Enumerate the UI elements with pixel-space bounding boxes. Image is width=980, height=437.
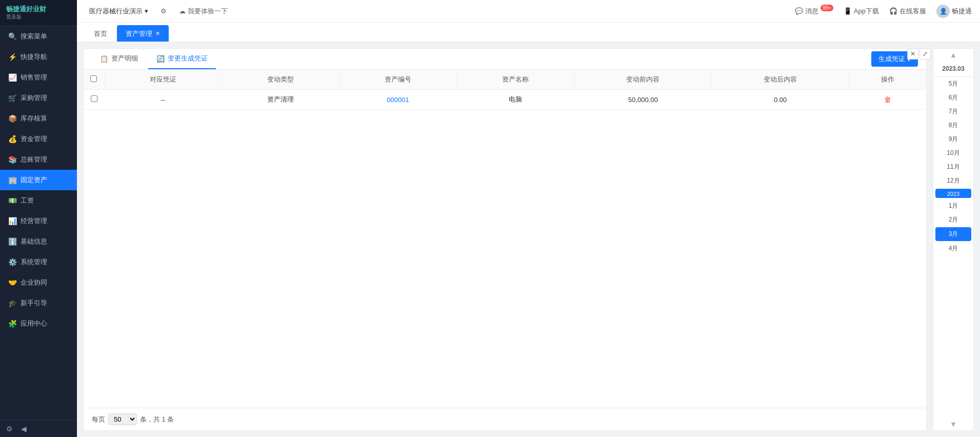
panel-controls: ✕ ⤢ — [907, 48, 931, 59]
sidebar-icon: 🧩 — [8, 320, 16, 328]
col-asset-name: 资产名称 — [457, 70, 574, 90]
sidebar-label: 应用中心 — [21, 319, 47, 328]
sidebar-item-搜索菜单[interactable]: 🔍搜索菜单 — [0, 26, 77, 47]
sidebar-item-库存核算[interactable]: 📦库存核算 — [0, 108, 77, 129]
tab-generate-voucher[interactable]: 🔄 变更生成凭证 — [148, 49, 216, 69]
sidebar-icon: 💰 — [8, 135, 16, 143]
row-action: 🗑 — [849, 90, 926, 110]
table-body: -- 资产清理 000001 电脑 50,000.00 0.00 🗑 — [84, 90, 926, 110]
sidebar-item-基础信息[interactable]: ℹ️基础信息 — [0, 231, 77, 252]
calendar-month[interactable]: 8月 — [933, 118, 973, 132]
asset-detail-icon: 📋 — [100, 55, 108, 63]
calendar-month[interactable]: 1月 — [933, 199, 973, 213]
col-change-type: 变动类型 — [222, 70, 339, 90]
sidebar-label: 总账管理 — [21, 155, 47, 164]
calendar-month[interactable]: 7月 — [933, 105, 973, 118]
app-logo: 畅捷通好业财 — [6, 5, 46, 13]
sidebar-icon: ℹ️ — [8, 237, 16, 246]
row-change-type: 资产清理 — [222, 90, 339, 110]
tab-asset-label: 资产管理 — [126, 29, 152, 38]
messages-icon: 💬 — [795, 7, 803, 15]
page-size-select[interactable]: 102050100 — [108, 413, 137, 425]
messages-action[interactable]: 💬 消息 99+ — [795, 7, 833, 16]
app-download-label: App下载 — [854, 7, 879, 16]
topbar-right: 💬 消息 99+ 📱 App下载 🎧 在线客服 👤 畅捷通 — [795, 5, 972, 18]
sidebar-icon: ⚡ — [8, 53, 16, 61]
sidebar-label: 新手引导 — [21, 299, 47, 308]
col-action: 操作 — [849, 70, 926, 90]
row-checkbox[interactable] — [91, 95, 97, 102]
delete-row-icon[interactable]: 🗑 — [884, 95, 891, 104]
sidebar-label: 工资 — [21, 196, 34, 205]
calendar-nav-down[interactable]: ▼ — [933, 418, 973, 430]
calendar-month[interactable]: 12月 — [933, 174, 973, 188]
service-icon: 🎧 — [889, 7, 897, 15]
calendar-month-current[interactable]: 3月 — [935, 227, 971, 241]
sidebar-label: 固定资产 — [21, 175, 47, 185]
company-name: 医疗器械行业演示 — [89, 7, 143, 16]
inner-tab-row: 📋 资产明细 🔄 变更生成凭证 生成凭证 ▾ — [84, 49, 926, 70]
row-checkbox-cell — [84, 90, 104, 110]
calendar-month[interactable]: 5月 — [933, 77, 973, 91]
sidebar-item-企业协同[interactable]: 🤝企业协同 — [0, 272, 77, 293]
sidebar-item-总账管理[interactable]: 📚总账管理 — [0, 149, 77, 170]
tab-bar: 首页 资产管理 ✕ — [77, 23, 980, 42]
tab-home[interactable]: 首页 — [85, 25, 116, 42]
dropdown-icon: ▾ — [145, 7, 148, 15]
row-asset-code: 000001 — [339, 90, 456, 110]
sidebar-item-快捷导航[interactable]: ⚡快捷导航 — [0, 47, 77, 67]
col-checkbox — [84, 70, 104, 90]
sidebar-item-销售管理[interactable]: 📈销售管理 — [0, 67, 77, 88]
tab-close-icon[interactable]: ✕ — [155, 30, 160, 37]
row-voucher: -- — [104, 90, 222, 110]
calendar-panel: ▲ 2023.03 5月6月7月8月9月10月11月12月20231月2月3月4… — [933, 48, 974, 431]
tab-asset-detail[interactable]: 📋 资产明细 — [92, 49, 146, 69]
collapse-sidebar-icon[interactable]: ◀ — [21, 425, 27, 433]
sidebar-icon: 📦 — [8, 114, 16, 123]
sidebar-item-应用中心[interactable]: 🧩应用中心 — [0, 313, 77, 334]
table-header: 对应凭证 变动类型 资产编号 资产名称 变动前内容 变动后内容 操作 — [84, 70, 926, 90]
tab-asset-management[interactable]: 资产管理 ✕ — [117, 25, 169, 42]
calendar-month[interactable]: 10月 — [933, 146, 973, 160]
company-selector[interactable]: 医疗器械行业演示 ▾ — [85, 5, 152, 18]
row-before: 50,000.00 — [574, 90, 712, 110]
online-service-action[interactable]: 🎧 在线客服 — [889, 7, 926, 16]
user-profile[interactable]: 👤 畅捷通 — [936, 5, 972, 18]
calendar-month[interactable]: 2月 — [933, 213, 973, 227]
sidebar-item-采购管理[interactable]: 🛒采购管理 — [0, 88, 77, 108]
sidebar-icon: 💵 — [8, 196, 16, 205]
sidebar-item-固定资产[interactable]: 🏢固定资产 — [0, 170, 77, 190]
experience-button[interactable]: ☁ 我要体验一下 — [175, 5, 232, 18]
generate-voucher-icon: 🔄 — [156, 55, 165, 63]
sidebar-label: 销售管理 — [21, 73, 47, 82]
sidebar-item-新手引导[interactable]: 🎓新手引导 — [0, 293, 77, 313]
experience-label: 我要体验一下 — [188, 7, 228, 16]
online-service-label: 在线客服 — [899, 7, 926, 16]
calendar-month[interactable]: 9月 — [933, 132, 973, 146]
calendar-month[interactable]: 11月 — [933, 160, 973, 174]
sidebar-item-工资[interactable]: 💵工资 — [0, 190, 77, 211]
calendar-month[interactable]: 6月 — [933, 91, 973, 105]
sidebar-label: 系统管理 — [21, 257, 47, 267]
select-all-checkbox[interactable] — [90, 75, 97, 82]
sidebar-item-资金管理[interactable]: 💰资金管理 — [0, 129, 77, 149]
page-size-label: 每页 — [92, 415, 105, 424]
tab-home-label: 首页 — [94, 29, 107, 38]
sidebar-label: 搜索菜单 — [21, 32, 47, 41]
sidebar-scroll: 🔍搜索菜单⚡快捷导航📈销售管理🛒采购管理📦库存核算💰资金管理📚总账管理🏢固定资产… — [0, 26, 77, 420]
expand-panel-button[interactable]: ⤢ — [919, 48, 931, 59]
calendar-month[interactable]: 4月 — [933, 242, 973, 255]
settings-footer-icon[interactable]: ⚙ — [6, 425, 13, 433]
sidebar: 畅捷通好业财 普及版 🔍搜索菜单⚡快捷导航📈销售管理🛒采购管理📦库存核算💰资金管… — [0, 0, 77, 437]
close-panel-button[interactable]: ✕ — [907, 48, 918, 59]
sidebar-item-系统管理[interactable]: ⚙️系统管理 — [0, 252, 77, 272]
settings-button[interactable]: ⚙ — [156, 4, 171, 18]
calendar-nav-up[interactable]: ▲ — [933, 49, 973, 61]
calendar-header: 2023.03 — [933, 61, 973, 77]
table-footer: 每页 102050100 条，共 1 条 — [84, 408, 926, 430]
sidebar-icon: 🔍 — [8, 32, 16, 41]
sidebar-item-经营管理[interactable]: 📊经营管理 — [0, 211, 77, 231]
user-name: 畅捷通 — [952, 7, 972, 16]
sidebar-label: 库存核算 — [21, 114, 47, 123]
app-download-action[interactable]: 📱 App下载 — [844, 7, 879, 16]
